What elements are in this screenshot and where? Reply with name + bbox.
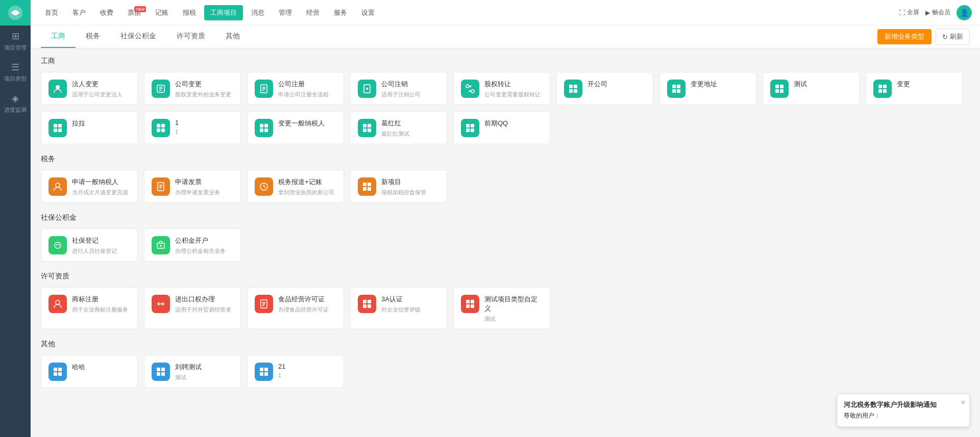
svg-rect-57 bbox=[368, 304, 371, 308]
card-info-qq: 前期QQ bbox=[484, 119, 543, 130]
svg-rect-21 bbox=[878, 89, 882, 93]
card-icon-num1 bbox=[152, 119, 170, 137]
card-icon-change-address bbox=[667, 80, 685, 98]
tab-social[interactable]: 社保公积金 bbox=[110, 25, 166, 48]
card-icon-food-license bbox=[255, 295, 273, 313]
member-button[interactable]: ▶ 畅会员 bbox=[925, 8, 950, 17]
svg-rect-8 bbox=[574, 85, 577, 88]
card-name-test-type: 测试项目类型自定义 bbox=[484, 295, 543, 313]
card-fund-open[interactable]: 公积金开户 办理公积金相关业务 bbox=[144, 228, 241, 262]
svg-rect-48 bbox=[363, 187, 366, 191]
sidebar-item-project-manage[interactable]: ⊞ 项目管理 bbox=[0, 25, 31, 57]
logo[interactable] bbox=[0, 0, 31, 25]
main-area: 首页 客户 收费 票据 new 记账 报税 工商项目 消息 管理 经营 服务 设… bbox=[31, 0, 980, 437]
svg-rect-60 bbox=[466, 304, 470, 308]
nav-settings[interactable]: 设置 bbox=[355, 5, 381, 20]
topnav-right: ⛶ 全屏 ▶ 畅会员 👤 bbox=[899, 5, 972, 20]
nav-customer[interactable]: 客户 bbox=[66, 5, 92, 20]
card-name-new-project: 新项目 bbox=[381, 177, 439, 187]
card-icon-tax-report-account bbox=[255, 177, 273, 196]
card-liupengtest[interactable]: 刘聘测试 测试 bbox=[144, 355, 241, 388]
card-name-mahonghong: 葛红红 bbox=[381, 119, 439, 128]
nav-operation[interactable]: 经营 bbox=[300, 5, 326, 20]
svg-rect-17 bbox=[775, 89, 779, 93]
nav-home[interactable]: 首页 bbox=[39, 5, 64, 20]
card-name-lala: 拉拉 bbox=[72, 119, 130, 128]
card-trademark[interactable]: 商标注册 用于企业商标注册服务 bbox=[41, 287, 138, 329]
card-info-social-register: 社保登记 进行人员社保登记 bbox=[72, 236, 130, 255]
tab-industrial[interactable]: 工商 bbox=[41, 25, 76, 48]
nav-billing[interactable]: 收费 bbox=[94, 5, 119, 20]
svg-rect-70 bbox=[260, 368, 263, 371]
card-desc-liupengtest: 测试 bbox=[175, 374, 233, 381]
nav-message[interactable]: 消息 bbox=[245, 5, 271, 20]
card-change[interactable]: 变更 bbox=[866, 72, 963, 105]
avatar[interactable]: 👤 bbox=[957, 5, 972, 20]
card-3a-cert[interactable]: 3A认证 对企业信誉评级 bbox=[350, 287, 447, 329]
card-import-export[interactable]: 进出口权办理 适用于对外贸易经营者 bbox=[144, 287, 241, 329]
card-icon-new-project bbox=[358, 177, 376, 196]
card-lala[interactable]: 拉拉 bbox=[41, 111, 138, 144]
card-icon-apply-invoice bbox=[152, 177, 170, 196]
card-desc-equity-transfer: 公司变更需要股权转让 bbox=[484, 91, 543, 98]
svg-rect-71 bbox=[264, 368, 268, 371]
svg-rect-25 bbox=[54, 128, 57, 132]
card-social-register[interactable]: 社保登记 进行人员社保登记 bbox=[41, 228, 138, 262]
card-equity-transfer[interactable]: 股权转让 公司变更需要股权转让 bbox=[453, 72, 550, 105]
section-social: 社保公积金 社保登记 进行人员社保登记 公积金开户 办理公积金相关业务 bbox=[41, 213, 970, 262]
card-new-project[interactable]: 新项目 报税加税控盘保管 bbox=[350, 170, 447, 203]
card-apply-invoice[interactable]: 申请发票 办理申请发票业务 bbox=[144, 170, 241, 203]
card-desc-company-change: 股权变更外的业务变更 bbox=[175, 91, 233, 98]
card-desc-company-register: 申请公司注册全流程 bbox=[278, 91, 336, 98]
card-info-change: 变更 bbox=[897, 80, 955, 91]
card-haha[interactable]: 哈哈 bbox=[41, 355, 138, 388]
card-icon-change bbox=[873, 80, 892, 98]
card-food-license[interactable]: 食品经营许可证 办理食品经营许可证 bbox=[247, 287, 344, 329]
card-icon-social-register bbox=[48, 236, 67, 254]
card-info-equity-transfer: 股权转让 公司变更需要股权转让 bbox=[484, 80, 543, 98]
card-icon-open-company bbox=[564, 80, 582, 98]
tab-tax[interactable]: 税务 bbox=[76, 25, 110, 48]
sidebar-item-project-type[interactable]: ☰ 项目类型 bbox=[0, 57, 31, 88]
card-test[interactable]: 测试 bbox=[763, 72, 860, 105]
svg-rect-40 bbox=[471, 124, 474, 127]
sidebar-item-progress-monitor[interactable]: ◈ 进度监测 bbox=[0, 88, 31, 119]
svg-rect-46 bbox=[363, 183, 366, 186]
card-change-address[interactable]: 变更地址 bbox=[659, 72, 756, 105]
tab-license[interactable]: 许可资质 bbox=[166, 25, 215, 48]
nav-manage[interactable]: 管理 bbox=[273, 5, 298, 20]
nav-invoice[interactable]: 票据 new bbox=[121, 5, 147, 20]
svg-rect-38 bbox=[368, 128, 371, 132]
fullscreen-button[interactable]: ⛶ 全屏 bbox=[899, 8, 919, 17]
card-test-type[interactable]: 测试项目类型自定义 测试 bbox=[453, 287, 550, 329]
nav-industrial[interactable]: 工商项目 bbox=[204, 5, 243, 20]
card-change-taxpayer[interactable]: 变更一般纳税人 bbox=[247, 111, 344, 144]
card-company-register[interactable]: 公司注册 申请公司注册全流程 bbox=[247, 72, 344, 105]
nav-account[interactable]: 记账 bbox=[149, 5, 175, 20]
card-info-haha: 哈哈 bbox=[72, 363, 130, 374]
card-info-change-address: 变更地址 bbox=[691, 80, 749, 91]
card-icon-3a-cert bbox=[358, 295, 376, 313]
svg-rect-42 bbox=[471, 128, 474, 132]
nav-service[interactable]: 服务 bbox=[328, 5, 353, 20]
card-num1[interactable]: 1 1 bbox=[144, 111, 241, 144]
fullscreen-icon: ⛶ bbox=[899, 9, 905, 16]
card-info-test-type: 测试项目类型自定义 测试 bbox=[484, 295, 543, 323]
notification-close[interactable]: × bbox=[961, 398, 965, 406]
card-qq[interactable]: 前期QQ bbox=[453, 111, 550, 144]
card-info-apply-taxpayer: 申请一般纳税人 当月或次月成变更完成 bbox=[72, 177, 130, 196]
card-apply-taxpayer[interactable]: 申请一般纳税人 当月或次月成变更完成 bbox=[41, 170, 138, 203]
card-tax-report-account[interactable]: 税务报道+记账 拿到营业执照的新公司 bbox=[247, 170, 344, 203]
card-company-change[interactable]: 公司变更 股权变更外的业务变更 bbox=[144, 72, 241, 105]
toolbar: 新增业务类型 ↻ 刷新 bbox=[877, 29, 970, 45]
tab-other[interactable]: 其他 bbox=[215, 25, 250, 48]
card-mahonghong[interactable]: 葛红红 葛红红测试 bbox=[350, 111, 447, 144]
nav-tax[interactable]: 报税 bbox=[177, 5, 202, 20]
card-open-company[interactable]: 开公司 bbox=[556, 72, 653, 105]
new-business-type-button[interactable]: 新增业务类型 bbox=[877, 29, 932, 44]
card-company-cancel[interactable]: 公司注销 适用于注销公司 bbox=[350, 72, 447, 105]
refresh-button[interactable]: ↻ 刷新 bbox=[936, 29, 970, 45]
card-legal-change[interactable]: 法人变更 适用于公司变更法人 bbox=[41, 72, 138, 105]
svg-rect-68 bbox=[157, 372, 160, 376]
card-num21[interactable]: 21 1 bbox=[247, 355, 344, 388]
